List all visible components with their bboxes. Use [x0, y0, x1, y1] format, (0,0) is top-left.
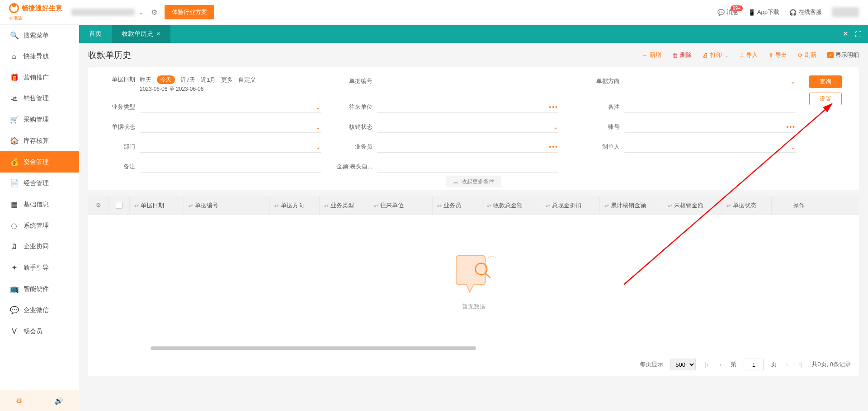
maker-select[interactable]: ⌄ [624, 141, 796, 153]
app-download-link[interactable]: 📱 App下载 [748, 8, 779, 16]
page-input[interactable] [744, 359, 764, 370]
date-quick-custom[interactable]: 自定义 [238, 76, 256, 84]
ellipsis-icon: ••• [786, 123, 796, 131]
sidebar-item-marketing[interactable]: 🎁营销推广 [0, 67, 79, 88]
sidebar-item-inventory[interactable]: 🏠库存核算 [0, 130, 79, 151]
col-date[interactable]: ▴▾单据日期 [130, 196, 184, 214]
filter-label: 制单人 [572, 143, 620, 151]
horizontal-scrollbar[interactable] [92, 346, 855, 351]
sidebar-item-search[interactable]: 🔍搜索菜单 [0, 25, 79, 46]
warehouse-icon: 🏠 [10, 136, 18, 145]
partner-picker[interactable]: ••• [377, 101, 558, 113]
col-total[interactable]: ▴▾收款总金额 [482, 196, 541, 214]
verifystatus-select[interactable]: ⌄ [377, 121, 558, 133]
close-icon[interactable]: ✕ [156, 31, 160, 37]
show-detail-toggle[interactable]: ✓显示明细 [827, 51, 859, 59]
query-button[interactable]: 查询 [809, 75, 842, 88]
col-biztype[interactable]: ▴▾业务类型 [320, 196, 369, 214]
experience-button[interactable]: 体验行业方案 [165, 5, 214, 19]
close-all-icon[interactable]: ✕ [843, 30, 849, 38]
tab-receipts-history[interactable]: 收款单历史 ✕ [112, 25, 170, 43]
action-label: 打印 [710, 51, 722, 59]
settings-icon[interactable]: ⚙ [16, 397, 22, 405]
add-action[interactable]: ＋新增 [642, 51, 661, 59]
setup-button[interactable]: 设置 [809, 93, 842, 105]
clerk-picker[interactable]: ••• [377, 141, 558, 153]
tab-home[interactable]: 首页 [79, 25, 112, 43]
select-all[interactable] [109, 196, 130, 214]
account-picker[interactable]: ••• [624, 121, 796, 133]
remark2-input[interactable] [140, 161, 321, 173]
col-partner[interactable]: ▴▾往来单位 [369, 196, 433, 214]
scrollbar-thumb[interactable] [151, 346, 476, 350]
col-docno[interactable]: ▴▾单据编号 [184, 196, 270, 214]
sidebar: 🔍搜索菜单 ⌂快捷导航 🎁营销推广 🛍销售管理 🛒采购管理 🏠库存核算 💰资金管… [0, 25, 79, 411]
sidebar-item-wechat[interactable]: 💬企业微信 [0, 299, 79, 321]
messages-link[interactable]: 💬 消息 99+ [717, 8, 738, 16]
sparkle-icon: ✦ [10, 263, 18, 272]
sidebar-item-purchase[interactable]: 🛒采购管理 [0, 109, 79, 130]
export-action[interactable]: ⇧导出 [769, 51, 787, 59]
gear-icon[interactable]: ⚙ [151, 8, 157, 17]
gear-icon: ⚙ [96, 202, 101, 209]
col-direction[interactable]: ▴▾单据方向 [270, 196, 320, 214]
sidebar-item-sales[interactable]: 🛍销售管理 [0, 88, 79, 109]
user-avatar-blurred[interactable] [832, 7, 859, 17]
sidebar-item-label: 快捷导航 [24, 52, 49, 61]
table-settings[interactable]: ⚙ [88, 196, 109, 214]
per-page-label: 每页显示 [640, 360, 663, 369]
next-page-icon[interactable]: › [784, 361, 790, 368]
message-icon: 💬 [717, 9, 725, 16]
col-status[interactable]: ▴▾单据状态 [722, 196, 772, 214]
filter-maker: 制单人⌄ [572, 141, 796, 153]
amount-header-input[interactable] [377, 161, 558, 173]
sidebar-item-basicinfo[interactable]: ▦基础信息 [0, 194, 79, 215]
sidebar-item-quicknav[interactable]: ⌂快捷导航 [0, 46, 79, 67]
collapse-filters[interactable]: ︽ 收起更多条件 [446, 176, 501, 187]
sidebar-item-label: 资金管理 [24, 158, 49, 166]
sidebar-item-funds[interactable]: 💰资金管理 [0, 151, 79, 173]
action-label: 导入 [746, 51, 758, 59]
col-discount[interactable]: ▴▾总现金折扣 [541, 196, 600, 214]
remark-input[interactable] [624, 101, 796, 113]
customer-service-link[interactable]: 🎧 在线客服 [789, 8, 822, 16]
delete-action[interactable]: 🗑删除 [672, 51, 692, 59]
refresh-action[interactable]: ⟳刷新 [798, 51, 816, 59]
fullscreen-icon[interactable]: ⛶ [855, 30, 862, 38]
chevron-down-icon: ⌄ [138, 9, 144, 16]
date-quick-1m[interactable]: 近1月 [201, 76, 216, 84]
col-unverified[interactable]: ▴▾未核销金额 [663, 196, 722, 214]
money-icon: 💰 [10, 158, 18, 166]
filter-panel: 单据日期 昨天 今天 近7天 近1月 更多 自定义 2023-06-06 至 2… [88, 67, 859, 190]
date-quick-more[interactable]: 更多 [221, 76, 233, 84]
date-quick-7d[interactable]: 近7天 [180, 76, 195, 84]
sound-icon[interactable]: 🔊 [54, 397, 63, 405]
col-label: 操作 [793, 201, 805, 210]
direction-select[interactable]: ⌄ [624, 75, 796, 87]
sidebar-item-system[interactable]: ◌系统管理 [0, 215, 79, 236]
docstatus-select[interactable]: ⌄ [140, 121, 321, 133]
col-verified[interactable]: ▴▾累计核销金额 [600, 196, 663, 214]
col-operate: 操作 [772, 196, 826, 214]
docno-input[interactable] [377, 75, 558, 87]
sidebar-item-operations[interactable]: 📄经营管理 [0, 173, 79, 194]
date-quick-today[interactable]: 今天 [157, 75, 175, 84]
sidebar-item-member[interactable]: Ⅴ畅会员 [0, 321, 79, 342]
sidebar-item-hardware[interactable]: 📺智能硬件 [0, 278, 79, 299]
chevron-down-icon: ⌄ [553, 123, 558, 131]
import-action[interactable]: ⇩导入 [739, 51, 758, 59]
sidebar-item-guide[interactable]: ✦新手引导 [0, 257, 79, 278]
sidebar-item-label: 搜索菜单 [24, 32, 49, 40]
dept-select[interactable]: ⌄ [140, 141, 321, 153]
date-quick-yesterday[interactable]: 昨天 [140, 76, 151, 84]
company-selector[interactable]: ⌄ [71, 9, 144, 16]
per-page-select[interactable]: 500 [670, 359, 696, 370]
print-action[interactable]: 🖨打印⌄ [703, 51, 728, 59]
biztype-select[interactable]: ⌄ [140, 101, 321, 113]
filter-direction: 单据方向⌄ [572, 75, 796, 87]
prev-page-icon[interactable]: ‹ [718, 361, 724, 368]
col-clerk[interactable]: ▴▾业务员 [433, 196, 482, 214]
first-page-icon[interactable]: |‹ [703, 361, 710, 368]
last-page-icon[interactable]: ›| [797, 361, 804, 368]
sidebar-item-collab[interactable]: 🗓企业协同 [0, 236, 79, 257]
